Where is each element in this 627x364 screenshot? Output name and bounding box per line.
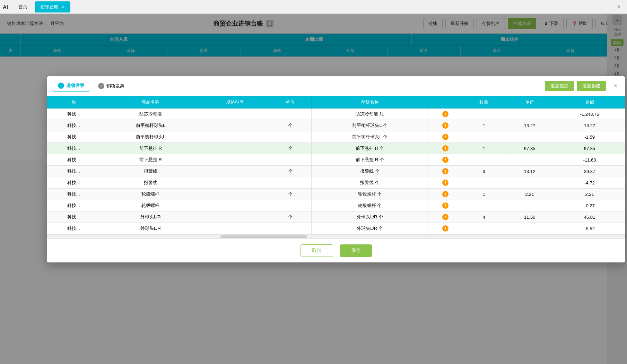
tab-ledger[interactable]: 进销台账 × — [35, 1, 71, 12]
scroll-thumb[interactable] — [220, 235, 307, 238]
horizontal-scrollbar[interactable] — [47, 234, 625, 239]
batch-create-button[interactable]: 批量创建 — [577, 81, 606, 91]
cancel-button[interactable]: 取消 — [301, 244, 333, 257]
th-price: 单价 — [505, 96, 554, 109]
warning-icon: ! — [442, 180, 449, 186]
warning-icon: ! — [442, 168, 449, 174]
main-area: 销售成本计算方法： 月平均 商贸企业进销台账 📋 对账 重新开账 存货别名 生成… — [0, 14, 627, 364]
table-row: 科技...报警线个报警线 个!313.1239.37 — [47, 166, 625, 177]
warning-icon: ! — [442, 111, 449, 117]
th-product-name: 商品名称 — [100, 96, 201, 109]
th-qty: 数量 — [463, 96, 505, 109]
table-row: 科技...报警线报警线 个!-4.72 — [47, 177, 625, 189]
warning-icon: ! — [442, 157, 449, 163]
warning-icon: ! — [442, 202, 449, 209]
tab-home-label: 首页 — [18, 4, 27, 10]
table-row: 科技...前下悬挂 R个前下悬挂 R 个!197.3597.35 — [47, 143, 625, 154]
warning-icon: ! — [442, 145, 449, 151]
modal-table-wrap[interactable]: 你 商品名称 规格型号 单位 存货名称 数量 单价 金额 科技...防冻冷却液防… — [47, 96, 625, 234]
invoice-table: 你 商品名称 规格型号 单位 存货名称 数量 单价 金额 科技...防冻冷却液防… — [47, 96, 625, 234]
purchase-invoice-icon: ↓ — [58, 83, 64, 89]
th-spec: 规格型号 — [201, 96, 269, 109]
modal-close-button[interactable]: × — [611, 82, 620, 90]
modal-footer: 取消 保存 — [47, 239, 625, 262]
warning-icon: ! — [442, 225, 449, 232]
th-warn — [428, 96, 463, 109]
th-unit: 单位 — [269, 96, 311, 109]
th-amount: 金额 — [554, 96, 625, 109]
tab-ledger-close[interactable]: × — [62, 4, 65, 9]
table-row: 科技...轮毂螺杆轮毂螺杆 个!-0.27 — [47, 200, 625, 211]
save-button[interactable]: 保存 — [340, 244, 372, 257]
table-row: 科技...外球头L/R外球头L/R 个!-5.52 — [47, 223, 625, 234]
table-row: 科技...外球头L/R个外球头L/R 个!411.5046.01 — [47, 211, 625, 223]
table-row: 科技...前平衡杆球头L前平衡杆球头L 个!-1.59 — [47, 131, 625, 143]
app-title: At — [3, 4, 8, 10]
warning-icon: ! — [442, 134, 449, 140]
th-company: 你 — [47, 96, 100, 109]
table-row: 科技...轮毂螺杆个轮毂螺杆 个!12.212.21 — [47, 189, 625, 200]
th-inventory-name: 存货名称 — [312, 96, 428, 109]
tab-ledger-label: 进销台账 — [41, 4, 59, 10]
batch-assign-button[interactable]: 批量指定 — [545, 81, 574, 91]
warning-icon: ! — [442, 122, 449, 129]
modal-dialog: ↓ 进项发票 ↑ 销项发票 批量指定 批量创建 × 你 商品名称 规格型号 — [47, 76, 625, 262]
tab-bar: At 首页 进销台账 × × — [0, 0, 627, 14]
tab-home[interactable]: 首页 — [12, 1, 33, 12]
warning-icon: ! — [442, 214, 449, 220]
tab-sales-invoice[interactable]: ↑ 销项发票 — [93, 81, 130, 91]
warning-icon: ! — [442, 191, 449, 197]
purchase-invoice-label: 进项发票 — [66, 83, 84, 89]
modal-header: ↓ 进项发票 ↑ 销项发票 批量指定 批量创建 × — [47, 76, 625, 96]
window-close-button[interactable]: × — [613, 1, 624, 12]
sales-invoice-label: 销项发票 — [106, 83, 124, 89]
tab-purchase-invoice[interactable]: ↓ 进项发票 — [52, 80, 90, 92]
table-row: 科技...前平衡杆球头L个前平衡杆球头L 个!113.2713.27 — [47, 120, 625, 131]
sales-invoice-icon: ↑ — [98, 83, 104, 89]
table-row: 科技...前下悬挂 R前下悬挂 R 个!-11.68 — [47, 154, 625, 166]
table-row: 科技...防冻冷却液防冻冷却液 瓶!-1,243.76 — [47, 109, 625, 120]
modal-header-buttons: 批量指定 批量创建 — [545, 81, 606, 91]
